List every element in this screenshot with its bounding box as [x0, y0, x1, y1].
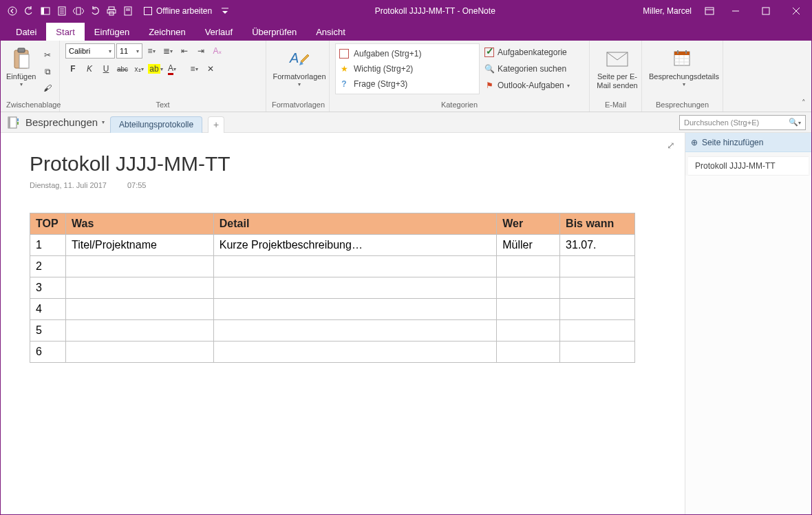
add-page-button[interactable]: ⊕ Seite hinzufügen — [685, 133, 811, 152]
th-was[interactable]: Was — [65, 213, 213, 235]
tag-important[interactable]: ★Wichtig (Strg+2) — [339, 61, 476, 76]
notes-button[interactable] — [54, 3, 70, 19]
table-row[interactable]: 3 — [30, 277, 635, 299]
redo-button[interactable] — [87, 3, 103, 19]
section-tab[interactable]: Abteilungsprotokolle — [110, 116, 202, 133]
group-styles: A Formatvorlagen ▾ Formatvorlagen — [266, 41, 330, 112]
underline-button[interactable]: U — [98, 61, 114, 76]
copy-button[interactable]: ⧉ — [40, 64, 55, 79]
tag-todo[interactable]: Aufgaben (Strg+1) — [339, 46, 476, 61]
add-section-button[interactable]: + — [208, 116, 224, 133]
tab-ansicht[interactable]: Ansicht — [306, 23, 355, 41]
page-time[interactable]: 07:55 — [127, 181, 147, 189]
svg-rect-35 — [8, 117, 10, 128]
indent-button[interactable]: ⇥ — [193, 43, 209, 59]
th-top[interactable]: TOP — [30, 213, 66, 235]
highlight-button[interactable]: ab▾ — [148, 61, 163, 76]
strikethrough-button[interactable]: abc — [115, 61, 130, 76]
cut-button[interactable]: ✂ — [40, 48, 55, 63]
tab-datei[interactable]: Datei — [6, 23, 46, 41]
tag-category-button[interactable]: Aufgabenkategorie — [484, 45, 570, 60]
collapse-ribbon-button[interactable]: ˄ — [802, 98, 806, 107]
page-nav-button[interactable] — [71, 3, 86, 19]
paste-button[interactable]: Einfügen ▾ — [6, 43, 36, 87]
styles-button[interactable]: A Formatvorlagen ▾ — [272, 43, 327, 87]
back-button[interactable] — [5, 3, 20, 19]
tab-verlauf[interactable]: Verlauf — [195, 23, 242, 41]
font-size-select[interactable]: 11▾ — [116, 43, 142, 59]
notebook-bar: Besprechungen▾ Abteilungsprotokolle + Du… — [1, 112, 811, 133]
page-meta: Dienstag, 11. Juli 2017 07:55 — [30, 181, 656, 189]
page-canvas[interactable]: ⤢ Protokoll JJJJ-MM-TT Dienstag, 11. Jul… — [1, 133, 685, 515]
maximize-button[interactable] — [751, 1, 781, 21]
outdent-button[interactable]: ⇤ — [177, 43, 192, 59]
group-tags: Aufgaben (Strg+1) ★Wichtig (Strg+2) ?Fra… — [330, 41, 590, 112]
chevron-down-icon: ▾ — [102, 119, 105, 125]
styles-label: Formatvorlagen — [273, 72, 325, 81]
search-input[interactable]: Durchsuchen (Strg+E) 🔍▾ — [679, 115, 806, 130]
group-meetings: Besprechungsdetails ▾ Besprechungen — [642, 41, 723, 112]
align-button[interactable]: ≡▾ — [186, 61, 202, 76]
bullets-button[interactable]: ≡▾ — [144, 43, 159, 59]
dock-button[interactable] — [38, 3, 53, 19]
group-text: Calibri▾ 11▾ ≡▾ ≣▾ ⇤ ⇥ Aₓ F K U abc x₂▾ … — [60, 41, 266, 112]
svg-rect-2 — [41, 8, 44, 14]
meeting-details-button[interactable]: Besprechungsdetails ▾ — [648, 43, 720, 87]
numbering-button[interactable]: ≣▾ — [160, 43, 175, 59]
qat-customize-dropdown[interactable] — [216, 7, 234, 15]
delete-button[interactable]: ✕ — [203, 61, 218, 76]
table-row[interactable]: 5 — [30, 320, 635, 341]
table-row[interactable]: 1Titel/ProjektnameKurze Projektbeschreib… — [30, 235, 635, 256]
close-button[interactable] — [781, 1, 811, 21]
group-email-label: E-Mail — [595, 99, 636, 110]
page-list-pane: ⊕ Seite hinzufügen Protokoll JJJJ-MM-TT — [685, 133, 811, 515]
svg-point-0 — [8, 7, 17, 15]
svg-rect-11 — [125, 7, 131, 15]
tab-start[interactable]: Start — [46, 23, 84, 41]
group-meetings-label: Besprechungen — [648, 99, 717, 110]
expand-icon[interactable]: ⤢ — [667, 140, 675, 151]
undo-button[interactable] — [21, 3, 36, 19]
page-list-item[interactable]: Protokoll JJJJ-MM-TT — [688, 156, 809, 176]
font-color-button[interactable]: A▾ — [164, 61, 180, 76]
print-button[interactable] — [104, 3, 119, 19]
tag-gallery[interactable]: Aufgaben (Strg+1) ★Wichtig (Strg+2) ?Fra… — [335, 43, 480, 94]
protocol-table[interactable]: TOP Was Detail Wer Bis wann 1Titel/Proje… — [30, 213, 635, 363]
outlook-tasks-button[interactable]: ⚑Outlook-Aufgaben▾ — [484, 78, 570, 93]
group-clipboard: Einfügen ▾ ✂ ⧉ 🖌 Zwischenablage — [1, 41, 60, 112]
tab-ueberpruefen[interactable]: Überprüfen — [242, 23, 306, 41]
table-row[interactable]: 6 — [30, 341, 635, 363]
tab-einfuegen[interactable]: Einfügen — [85, 23, 139, 41]
paste-label: Einfügen — [6, 72, 36, 81]
group-clipboard-label: Zwischenablage — [6, 99, 54, 110]
find-tags-button[interactable]: 🔍Kategorien suchen — [484, 61, 570, 76]
italic-button[interactable]: K — [82, 61, 97, 76]
format-painter-button[interactable]: 🖌 — [40, 81, 55, 96]
th-wer[interactable]: Wer — [497, 213, 560, 235]
bold-button[interactable]: F — [65, 61, 81, 76]
page-title[interactable]: Protokoll JJJJ-MM-TT — [30, 152, 656, 176]
table-row[interactable]: 2 — [30, 256, 635, 277]
page-date[interactable]: Dienstag, 11. Juli 2017 — [30, 181, 107, 189]
clear-format-button[interactable]: Aₓ — [210, 43, 225, 59]
email-page-button[interactable]: Seite per E-Mail senden — [595, 43, 639, 90]
user-name[interactable]: Miller, Marcel — [636, 6, 698, 16]
font-name-select[interactable]: Calibri▾ — [65, 43, 115, 59]
group-tags-label: Kategorien — [335, 99, 584, 110]
offline-work-toggle[interactable]: Offline arbeiten — [140, 6, 216, 16]
notebook-icon[interactable] — [6, 116, 20, 129]
window-controls — [698, 1, 811, 21]
page-list-empty — [685, 176, 811, 515]
minimize-button[interactable] — [720, 1, 751, 21]
template-button[interactable] — [120, 3, 136, 19]
tag-question[interactable]: ?Frage (Strg+3) — [339, 76, 476, 92]
ribbon-display-button[interactable] — [698, 1, 720, 21]
table-row[interactable]: 4 — [30, 299, 635, 320]
subscript-button[interactable]: x₂▾ — [131, 61, 147, 76]
notebook-dropdown[interactable]: Besprechungen▾ — [25, 116, 105, 128]
th-biswann[interactable]: Bis wann — [560, 213, 635, 235]
th-detail[interactable]: Detail — [213, 213, 496, 235]
svg-rect-7 — [76, 8, 81, 14]
search-placeholder: Durchsuchen (Strg+E) — [684, 118, 759, 127]
tab-zeichnen[interactable]: Zeichnen — [139, 23, 195, 41]
